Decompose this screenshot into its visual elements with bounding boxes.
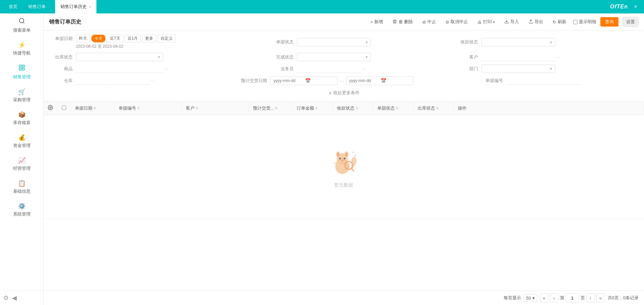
collapse-filter-bar[interactable]: ∧ 收起更多条件 [49, 88, 639, 97]
calendar-to-icon[interactable]: 📅 [381, 78, 386, 83]
first-page-button[interactable]: « [540, 294, 549, 302]
complete-status-select[interactable]: ▾ [297, 53, 371, 61]
window-close-button[interactable]: × [631, 2, 641, 12]
warehouse-input[interactable] [76, 77, 150, 85]
expected-delivery-to[interactable]: 📅 [346, 76, 413, 85]
date-filter: 单据日期 昨天 今天 近7天 近1月 更多 自定义 2023-06-02 至 2… [49, 35, 270, 49]
tab-sales-order-history[interactable]: 销售订单历史 × [55, 0, 96, 13]
th-customer[interactable]: 客户 ⇅ [181, 102, 249, 115]
page-size-select[interactable]: 50 ▾ [524, 294, 537, 302]
filter-row-3: 商品 ··· 业务员 ··· 部门 ▾ [49, 65, 639, 73]
print-icon: 🖨 [477, 20, 482, 25]
svg-line-22 [352, 168, 354, 171]
content-area: 销售订单历史 + 新增 🗑 删除 ⊘ 中止 ⊘ [44, 13, 644, 305]
salesperson-input[interactable] [297, 65, 361, 73]
refresh-button[interactable]: ↻ 刷新 [550, 17, 569, 26]
date-range-label: 单据日期 [49, 36, 76, 42]
th-order-status[interactable]: 单据状态 ⇅ [373, 102, 413, 115]
th-delivery-status-sort-icon: ⇅ [436, 106, 439, 110]
sidebar-item-quick-nav[interactable]: ⚡ 快捷导航 [0, 37, 43, 60]
purchase-mgmt-icon: 🛒 [18, 88, 26, 96]
order-number-input[interactable] [506, 77, 580, 85]
sidebar-item-sys-mgmt[interactable]: ⚙️ 系统管理 [0, 198, 43, 221]
query-button[interactable]: 查询 [600, 17, 618, 27]
date-to-input[interactable] [349, 78, 379, 83]
date-btn-custom[interactable]: 自定义 [158, 35, 176, 42]
page-number-input[interactable] [566, 294, 579, 302]
sidebar-item-ops-mgmt[interactable]: 📈 经营管理 [0, 153, 43, 176]
select-all-checkbox[interactable] [62, 106, 66, 110]
date-btn-7days[interactable]: 近7天 [107, 35, 123, 42]
last-page-button[interactable]: » [596, 294, 605, 302]
sidebar-item-capital-mgmt-label: 资金管理 [13, 143, 31, 149]
customer-label: 客户 [455, 54, 481, 60]
sidebar-item-capital-mgmt[interactable]: 💰 资金管理 [0, 130, 43, 153]
date-btn-more[interactable]: 更多 [142, 35, 156, 42]
payment-status-select[interactable]: ▾ [481, 38, 555, 46]
product-input[interactable] [76, 65, 163, 73]
calendar-from-icon[interactable]: 📅 [305, 78, 311, 83]
tab-sales-order-history-label: 销售订单历史 [60, 4, 87, 10]
svg-point-16 [344, 158, 345, 159]
customer-input[interactable] [481, 53, 555, 61]
th-expected-delivery-sort-icon: ⇅ [275, 106, 277, 110]
display-detail-checkbox[interactable] [573, 20, 577, 24]
collapse-sidebar-icon[interactable]: ◀ [12, 294, 17, 302]
topbar-right: OfTEn × [610, 2, 641, 12]
th-order-amount[interactable]: 订单金额 ⇅ [292, 102, 333, 115]
th-settings[interactable] [44, 102, 57, 115]
export-button[interactable]: 导出 [526, 17, 546, 26]
product-label: 商品 [49, 66, 76, 72]
warehouse-more-icon[interactable]: ··· [151, 78, 155, 83]
department-select[interactable]: ▾ [481, 65, 555, 73]
tab-sales-order[interactable]: 销售订单 × [23, 0, 55, 13]
cancel-stop-button[interactable]: ⊘ 取消中止 [443, 17, 471, 26]
th-delivery-status[interactable]: 出库状态 ⇅ [413, 102, 454, 115]
date-btn-1month[interactable]: 近1月 [125, 35, 141, 42]
salesperson-label: 业务员 [270, 66, 297, 72]
svg-point-17 [340, 158, 341, 159]
close-sales-order-tab[interactable]: × [48, 5, 50, 9]
date-btn-yesterday[interactable]: 昨天 [76, 35, 90, 42]
delete-button[interactable]: 🗑 删除 [390, 17, 416, 26]
th-payment-status-label: 收款状态 [337, 105, 354, 111]
sidebar-item-sales-mgmt[interactable]: 销售管理 [0, 60, 43, 84]
sidebar-item-basic-info-label: 基础信息 [13, 188, 31, 194]
date-from-input[interactable] [273, 78, 304, 83]
date-btn-today[interactable]: 今天 [91, 35, 105, 42]
prev-page-button[interactable]: ‹ [550, 294, 559, 302]
display-detail-toggle[interactable]: 显示明细 [573, 19, 596, 25]
sidebar-item-basic-info[interactable]: 📋 基础信息 [0, 176, 43, 198]
th-payment-status[interactable]: 收款状态 ⇅ [333, 102, 373, 115]
close-history-tab[interactable]: × [89, 5, 91, 9]
svg-text:✦: ✦ [333, 161, 336, 165]
delivery-status-select[interactable]: ▾ [76, 53, 163, 61]
complete-status-arrow-icon: ▾ [366, 54, 368, 60]
th-expected-delivery[interactable]: 预计交货... ⇅ [249, 102, 292, 115]
expected-delivery-from[interactable]: 📅 [270, 76, 338, 85]
sidebar-item-purchase-mgmt[interactable]: 🛒 采购管理 [0, 84, 43, 107]
next-page-button[interactable]: › [586, 294, 595, 302]
tab-home[interactable]: 首页 [3, 4, 23, 10]
import-button[interactable]: 导入 [502, 17, 522, 26]
empty-text: 暂无数据 [334, 182, 353, 188]
table-body: ✦ ✦ ✦ 暂无数据 [44, 115, 644, 219]
settings-gear-icon[interactable] [48, 106, 53, 111]
product-more-icon[interactable]: ··· [165, 66, 168, 71]
salesperson-more-icon[interactable]: ··· [362, 66, 366, 71]
new-button[interactable]: + 新增 [368, 17, 386, 26]
th-checkbox[interactable] [57, 102, 71, 115]
capital-mgmt-icon: 💰 [18, 134, 26, 141]
th-number[interactable]: 单据编号 ⇅ [114, 102, 181, 115]
print-button[interactable]: 🖨 打印 ▾ [475, 17, 498, 26]
customer-more-icon[interactable]: ··· [557, 54, 560, 60]
order-status-select[interactable]: ▾ [297, 38, 371, 46]
delivery-status-arrow-icon: ▾ [158, 54, 160, 60]
th-date[interactable]: 单据日期 ⇅ [71, 102, 114, 115]
stop-button[interactable]: ⊘ 中止 [420, 17, 439, 26]
settings-icon[interactable]: ⚙ [3, 294, 9, 302]
sidebar-item-stock-mgmt[interactable]: 📦 库存核算 [0, 107, 43, 130]
settings-button[interactable]: 设置 [622, 17, 639, 27]
filter-row-4: 仓库 ··· 预计交货日期 📅 — 📅 [49, 76, 639, 85]
sidebar-item-search-menu[interactable]: 搜索菜单 [0, 13, 43, 37]
